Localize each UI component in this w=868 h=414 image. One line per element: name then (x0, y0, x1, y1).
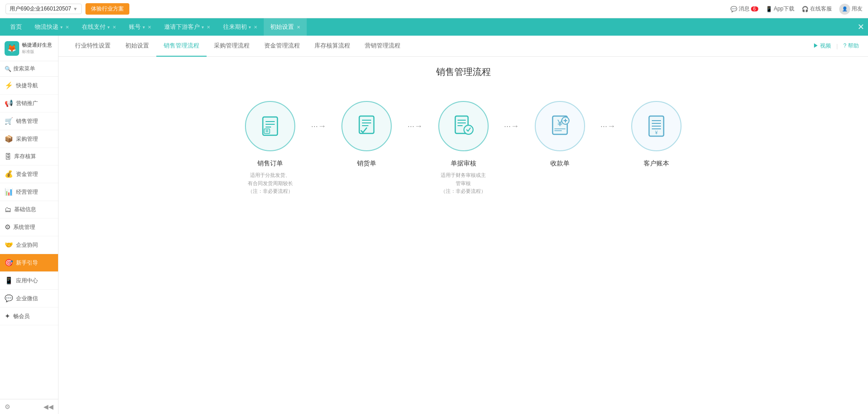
online-service-item[interactable]: 🎧 在线客服 (802, 5, 832, 13)
app-download-label: App下载 (774, 5, 794, 13)
sidebar-item-member[interactable]: ✦ 畅会员 (0, 308, 58, 325)
flow-diagram: 销售订单 适用于分批发货、有合同发货周期较长（注：非必要流程） ···→ (77, 101, 850, 196)
sidebar-item-label: 企业协同 (16, 241, 38, 249)
flow-arrow-1: ···→ (309, 122, 328, 131)
separator: | (836, 43, 838, 49)
user-avatar-item[interactable]: 👤 用友 (839, 4, 863, 15)
logo-badge: 标准版 (22, 49, 52, 55)
sub-tab-finance-flow[interactable]: 资金管理流程 (257, 36, 307, 57)
logo-title: 畅捷通好生意 (22, 42, 52, 48)
inventory-icon: 🗄 (5, 153, 11, 160)
close-icon[interactable]: ✕ (207, 25, 210, 30)
sidebar-item-inventory[interactable]: 🗄 库存核算 (0, 148, 58, 165)
chevron-down-icon: ▾ (202, 25, 204, 30)
close-icon[interactable]: ✕ (297, 25, 300, 30)
online-service-label: 在线客服 (810, 5, 832, 13)
tab-period[interactable]: 往来期初 ▾ ✕ (217, 18, 264, 36)
flow-name-sales-order: 销售订单 (257, 159, 283, 168)
flow-item-customer-account: ¥ 客户账本 (618, 101, 695, 171)
user-selector[interactable]: 用户690企业1660120507 ▼ (5, 4, 82, 14)
sidebar-item-app-center[interactable]: 📱 应用中心 (0, 272, 58, 290)
logo-area: 🦊 畅捷通好生意 标准版 (0, 36, 58, 61)
tab-invite[interactable]: 邀请下游客户 ▾ ✕ (158, 18, 217, 36)
tab-payment-label: 在线支付 (82, 23, 106, 31)
chevron-down-icon: ▾ (143, 25, 145, 30)
flow-circle-sales-invoice (341, 101, 392, 151)
sidebar-search[interactable]: 🔍 搜索菜单 (0, 61, 58, 77)
sidebar-item-label: 采购管理 (16, 135, 38, 143)
sub-tabs: 行业特性设置 初始设置 销售管理流程 采购管理流程 资金管理流程 库存核算流程 … (59, 36, 868, 57)
collapse-icon[interactable]: ◀◀ (43, 403, 53, 410)
video-link[interactable]: ▶ 视频 (813, 42, 831, 50)
close-icon[interactable]: ✕ (65, 25, 69, 30)
sub-tab-inventory-flow[interactable]: 库存核算流程 (307, 36, 357, 57)
tab-period-label: 往来期初 (223, 23, 247, 31)
sidebar-item-basic[interactable]: 🗂 基础信息 (0, 201, 58, 218)
sidebar-item-label: 快捷导航 (16, 82, 38, 90)
close-icon[interactable]: ✕ (254, 25, 257, 30)
sidebar-item-finance[interactable]: 💰 资金管理 (0, 165, 58, 183)
sidebar-item-label: 系统管理 (13, 223, 35, 231)
flash-icon: ⚡ (5, 81, 13, 90)
search-icon: 🔍 (5, 66, 11, 72)
flow-item-receipt: ¥ 收款单 (521, 101, 599, 171)
sub-tab-industry[interactable]: 行业特性设置 (68, 36, 118, 57)
trial-button[interactable]: 体验行业方案 (85, 3, 129, 15)
close-icon[interactable]: ✕ (112, 25, 116, 30)
sales-icon: 🛒 (5, 117, 13, 125)
settings-icon[interactable]: ⚙ (5, 403, 11, 410)
app-download-item[interactable]: 📱 App下载 (766, 5, 794, 13)
sidebar-item-collab[interactable]: 🤝 企业协同 (0, 236, 58, 254)
arrow-icon: ···→ (311, 122, 326, 131)
sub-tab-marketing-flow[interactable]: 营销管理流程 (357, 36, 408, 57)
marketing-icon: 📢 (5, 99, 13, 107)
sidebar-item-marketing[interactable]: 📢 营销推广 (0, 95, 58, 112)
close-all-tabs[interactable]: ✕ (857, 22, 864, 32)
svg-text:¥: ¥ (655, 130, 658, 135)
flow-circle-approval (438, 101, 489, 151)
sub-tab-initial-label: 初始设置 (125, 42, 149, 50)
sidebar: 🦊 畅捷通好生意 标准版 🔍 搜索菜单 ⚡ 快捷导航 📢 营销推广 🛒 销售管理… (0, 36, 59, 414)
operation-icon: 📊 (5, 188, 13, 196)
sidebar-footer: ⚙ ◀◀ (0, 399, 58, 414)
sidebar-item-operation[interactable]: 📊 经营管理 (0, 183, 58, 201)
chevron-down-icon: ▼ (73, 6, 78, 11)
sidebar-item-label: 畅会员 (13, 313, 30, 320)
flow-circle-sales-order (245, 101, 295, 151)
flow-circle-customer-account: ¥ (631, 101, 682, 151)
sub-tab-sales-flow[interactable]: 销售管理流程 (156, 36, 207, 57)
newbie-icon: 🎯 (5, 259, 13, 267)
top-bar: 用户690企业1660120507 ▼ 体验行业方案 💬 消息 6 📱 App下… (0, 0, 868, 18)
sub-tab-initial[interactable]: 初始设置 (118, 36, 156, 57)
nav-tabs: 首页 物流快递 ▾ ✕ 在线支付 ▾ ✕ 账号 ▾ ✕ 邀请下游客户 ▾ ✕ 往… (0, 18, 868, 36)
top-bar-left: 用户690企业1660120507 ▼ 体验行业方案 (5, 3, 129, 15)
sub-tab-marketing-flow-label: 营销管理流程 (365, 42, 400, 50)
tab-account[interactable]: 账号 ▾ ✕ (122, 18, 158, 36)
sidebar-item-purchase[interactable]: 📦 采购管理 (0, 130, 58, 148)
sub-tab-purchase-flow[interactable]: 采购管理流程 (207, 36, 257, 57)
tab-home[interactable]: 首页 (4, 18, 28, 36)
help-link[interactable]: ? 帮助 (843, 42, 859, 50)
sidebar-item-newbie[interactable]: 🎯 新手引导 (0, 254, 58, 272)
message-item[interactable]: 💬 消息 6 (730, 5, 758, 13)
question-icon: ? (843, 42, 847, 49)
close-icon[interactable]: ✕ (148, 25, 151, 30)
sidebar-item-sales[interactable]: 🛒 销售管理 (0, 112, 58, 130)
avatar: 👤 (839, 4, 850, 15)
sidebar-item-wechat[interactable]: 💬 企业微信 (0, 290, 58, 308)
flow-desc-approval: 适用于财务审核或主管审核（注：非必要流程） (441, 171, 486, 196)
system-icon: ⚙ (5, 223, 11, 231)
purchase-icon: 📦 (5, 135, 13, 143)
tab-payment[interactable]: 在线支付 ▾ ✕ (75, 18, 122, 36)
user-name-label: 用友 (852, 5, 863, 13)
sidebar-item-system[interactable]: ⚙ 系统管理 (0, 218, 58, 236)
tab-logistics[interactable]: 物流快递 ▾ ✕ (28, 18, 75, 36)
arrow-icon: ···→ (504, 122, 519, 131)
main-layout: 🦊 畅捷通好生意 标准版 🔍 搜索菜单 ⚡ 快捷导航 📢 营销推广 🛒 销售管理… (0, 36, 868, 414)
flow-arrow-3: ···→ (502, 122, 521, 131)
tab-initial-setup-label: 初始设置 (270, 23, 294, 31)
content-area: 行业特性设置 初始设置 销售管理流程 采购管理流程 资金管理流程 库存核算流程 … (59, 36, 868, 414)
tab-initial-setup[interactable]: 初始设置 ✕ (264, 18, 307, 36)
sidebar-item-quick-nav[interactable]: ⚡ 快捷导航 (0, 77, 58, 95)
sub-tab-sales-flow-label: 销售管理流程 (164, 42, 199, 50)
